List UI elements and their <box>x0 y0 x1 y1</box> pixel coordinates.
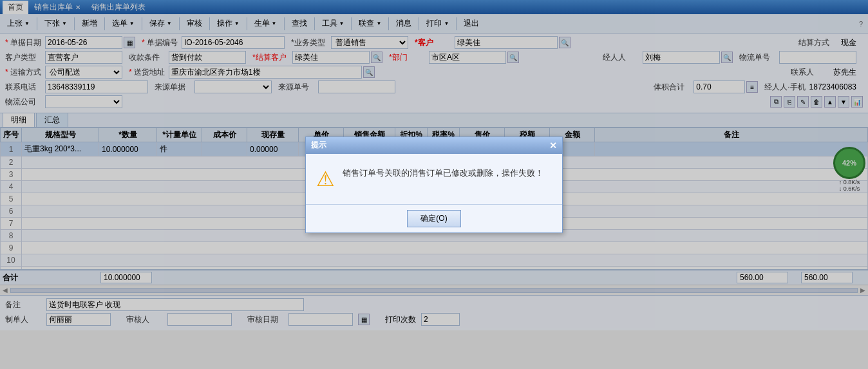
modal-footer: 确定(O) <box>306 204 562 232</box>
modal-overlay: 提示 ✕ ⚠ 销售订单号关联的消售订单已修改或删除，操作失败！ 确定(O) <box>0 0 868 369</box>
warning-icon: ⚠ <box>316 167 335 191</box>
modal-confirm-button[interactable]: 确定(O) <box>407 210 460 227</box>
modal-title: 提示 <box>311 140 326 151</box>
modal-message: 销售订单号关联的消售订单已修改或删除，操作失败！ <box>343 167 543 180</box>
modal-dialog: 提示 ✕ ⚠ 销售订单号关联的消售订单已修改或删除，操作失败！ 确定(O) <box>305 137 563 233</box>
modal-title-bar: 提示 ✕ <box>306 137 562 154</box>
modal-close-button[interactable]: ✕ <box>549 140 557 151</box>
modal-body: ⚠ 销售订单号关联的消售订单已修改或删除，操作失败！ <box>306 154 562 204</box>
